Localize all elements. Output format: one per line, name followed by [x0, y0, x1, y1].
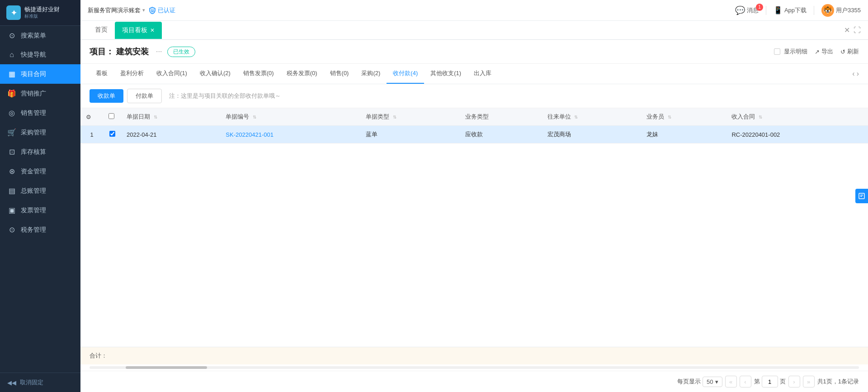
- page-size-selector[interactable]: 每页显示 50 ▾: [677, 377, 722, 387]
- document-number-link[interactable]: SK-20220421-001: [226, 131, 274, 138]
- horizontal-scrollbar[interactable]: [80, 364, 868, 371]
- main-area: 新服务官网演示账套 ▾ 认 已认证 💬 1 消息 📱 App下载: [80, 0, 868, 392]
- message-icon: 💬: [735, 5, 745, 15]
- unpin-icon: ◀◀: [7, 379, 16, 386]
- float-action-button[interactable]: [855, 189, 868, 203]
- refresh-label: 刷新: [847, 48, 859, 56]
- first-page-button[interactable]: «: [725, 376, 737, 387]
- payment-bill-button[interactable]: 付款单: [127, 89, 162, 103]
- sub-tab-income-confirm[interactable]: 收入确认(2): [193, 64, 237, 84]
- refresh-button[interactable]: ↺ 刷新: [840, 48, 859, 56]
- sub-tab-tax-invoice[interactable]: 税务发票(0): [280, 64, 324, 84]
- certified-label: 已认证: [158, 6, 175, 14]
- app-download-button[interactable]: 📱 App下载: [774, 6, 807, 14]
- app-name: 畅捷通好业财: [24, 6, 60, 14]
- sub-tab-sales-invoice[interactable]: 销售发票(0): [237, 64, 280, 84]
- sub-tab-in-out[interactable]: 出入库: [467, 64, 498, 84]
- tab-close-icon[interactable]: ✕: [150, 27, 155, 33]
- tab-project-board[interactable]: 项目看板 ✕: [115, 22, 162, 39]
- sub-tab-income-contract-label: 收入合同(1): [156, 70, 187, 76]
- row-partner: 宏茂商场: [542, 126, 641, 143]
- sort-icon[interactable]: ⇅: [574, 115, 578, 120]
- sub-tab-purchase[interactable]: 采购(2): [355, 64, 387, 84]
- project-icon: ▦: [7, 70, 16, 78]
- table-row[interactable]: 1 2022-04-21 SK-20220421-001 蓝单 应收款 宏茂商场…: [80, 126, 868, 143]
- topbar-right: 💬 1 消息 📱 App下载 🐯 用户3355: [735, 4, 861, 17]
- sidebar-item-invoice-mgmt[interactable]: ▣ 发票管理: [0, 201, 80, 220]
- th-biz-type: 业务类型: [460, 108, 542, 126]
- unpin-sidebar-button[interactable]: ◀◀ 取消固定: [0, 373, 80, 392]
- sub-tab-kanban[interactable]: 看板: [90, 64, 114, 84]
- tabbar: 首页 项目看板 ✕ ✕ ⛶: [80, 21, 868, 40]
- th-date: 单据日期 ⇅: [121, 108, 220, 126]
- select-all-checkbox[interactable]: [108, 113, 114, 119]
- sidebar-item-project-contract[interactable]: ▦ 项目合同: [0, 64, 80, 84]
- ledger-icon: ▤: [7, 186, 16, 195]
- sidebar-item-quick-nav[interactable]: ⌂ 快捷导航: [0, 45, 80, 64]
- sort-icon[interactable]: ⇅: [759, 115, 762, 120]
- sidebar-item-sales-mgmt[interactable]: ◎ 销售管理: [0, 103, 80, 123]
- sub-tab-tax-invoice-label: 税务发票(0): [287, 70, 317, 76]
- sub-tab-sales-label: 销售(0): [330, 70, 349, 76]
- sidebar-item-marketing[interactable]: 🎁 营销推广: [0, 84, 80, 103]
- unpin-label: 取消固定: [20, 378, 43, 387]
- receipt-bill-button[interactable]: 收款单: [90, 89, 123, 103]
- project-label: 项目：: [90, 47, 114, 56]
- sub-tab-profit[interactable]: 盈利分析: [114, 64, 150, 84]
- close-window-icon[interactable]: ✕: [844, 26, 850, 34]
- row-number[interactable]: SK-20220421-001: [220, 126, 360, 143]
- sort-icon[interactable]: ⇅: [253, 115, 256, 120]
- th-checkbox[interactable]: [103, 108, 121, 126]
- last-page-button[interactable]: »: [803, 376, 815, 387]
- sub-tab-sales[interactable]: 销售(0): [324, 64, 355, 84]
- arrow-right-icon[interactable]: ›: [857, 70, 859, 78]
- sidebar-item-ledger-mgmt[interactable]: ▤ 总账管理: [0, 181, 80, 201]
- row-checkbox[interactable]: [103, 126, 121, 143]
- sub-tab-other-income[interactable]: 其他收支(1): [424, 64, 467, 84]
- th-partner: 往来单位 ⇅: [542, 108, 641, 126]
- sort-icon[interactable]: ⇅: [154, 115, 157, 120]
- row-select-checkbox[interactable]: [109, 131, 115, 137]
- sidebar: ✦ 畅捷通好业财 标准版 ⊙ 搜索菜单 ⌂ 快捷导航 ▦ 项目合同 🎁 营销推广…: [0, 0, 80, 392]
- inventory-icon: ⊡: [7, 148, 16, 156]
- more-options-button[interactable]: ···: [156, 48, 162, 56]
- page-size-box[interactable]: 50 ▾: [703, 377, 722, 387]
- pagination: 每页显示 50 ▾ « ‹ 第 页 › »: [80, 371, 868, 392]
- tab-home-label: 首页: [95, 26, 108, 34]
- sub-tab-receipts[interactable]: 收付款(4): [387, 64, 424, 84]
- scrollbar-thumb[interactable]: [126, 366, 207, 369]
- show-detail-toggle[interactable]: 显示明细: [774, 48, 807, 56]
- export-label: 导出: [821, 48, 833, 56]
- sort-icon[interactable]: ⇅: [668, 115, 671, 120]
- export-button[interactable]: ↗ 导出: [815, 48, 833, 56]
- th-salesman: 业务员 ⇅: [641, 108, 726, 126]
- sub-tab-income-contract[interactable]: 收入合同(1): [150, 64, 193, 84]
- sort-icon[interactable]: ⇅: [393, 115, 396, 120]
- message-button[interactable]: 💬 1 消息: [735, 5, 759, 15]
- settings-icon[interactable]: ⚙: [86, 114, 91, 120]
- sidebar-item-search[interactable]: ⊙ 搜索菜单: [0, 26, 80, 45]
- next-page-button[interactable]: ›: [788, 376, 800, 387]
- sidebar-item-fund-mgmt[interactable]: ⊛ 资金管理: [0, 162, 80, 181]
- page-number-input[interactable]: [762, 376, 778, 387]
- row-salesman: 龙妹: [641, 126, 726, 143]
- per-page-label: 每页显示: [677, 378, 701, 386]
- table-total-row: 合计：: [80, 347, 868, 364]
- th-settings[interactable]: ⚙: [80, 108, 103, 126]
- account-selector[interactable]: 新服务官网演示账套 ▾: [88, 6, 145, 14]
- maximize-window-icon[interactable]: ⛶: [854, 26, 861, 34]
- tab-home[interactable]: 首页: [88, 21, 115, 39]
- project-status-badge: 已生效: [167, 47, 195, 57]
- sub-tabs-scroll-controls: ‹ ›: [852, 70, 859, 78]
- sidebar-item-inventory[interactable]: ⊡ 库存核算: [0, 142, 80, 162]
- sidebar-item-tax-mgmt[interactable]: ⊙ 税务管理: [0, 220, 80, 239]
- sidebar-item-purchase-mgmt[interactable]: 🛒 采购管理: [0, 123, 80, 142]
- sidebar-nav: ⊙ 搜索菜单 ⌂ 快捷导航 ▦ 项目合同 🎁 营销推广 ◎ 销售管理 🛒 采购管…: [0, 26, 80, 373]
- sidebar-item-label: 总账管理: [21, 187, 46, 195]
- arrow-left-icon[interactable]: ‹: [852, 70, 854, 78]
- user-menu[interactable]: 🐯 用户3355: [821, 4, 861, 17]
- prev-page-button[interactable]: ‹: [740, 376, 751, 387]
- show-detail-checkbox[interactable]: [774, 48, 780, 55]
- tax-icon: ⊙: [7, 225, 16, 234]
- page-unit: 页: [780, 378, 786, 386]
